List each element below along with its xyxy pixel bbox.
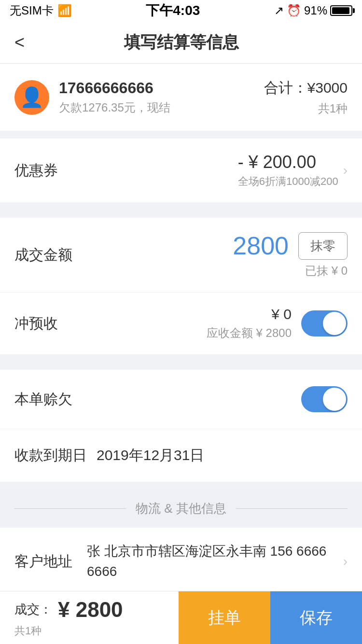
coupon-amount: - ¥ 200.00 xyxy=(238,152,338,172)
coupon-info: - ¥ 200.00 全场6折满1000减200 xyxy=(238,152,338,189)
section-divider-1 xyxy=(0,210,362,218)
debt-row: 本单赊欠 xyxy=(0,370,362,429)
nav-bar: < 填写结算等信息 xyxy=(0,21,362,64)
already-rounded-text: 已抹 ¥ 0 xyxy=(233,263,348,279)
hold-button[interactable]: 挂单 xyxy=(179,591,270,644)
bottom-transaction-label: 成交： xyxy=(14,601,52,618)
prepay-row: 冲预收 ¥ 0 应收金额 ¥ 2800 xyxy=(0,293,362,354)
user-card: 👤 17666666666 欠款1276.35元，现结 合计：¥3000 共1种 xyxy=(0,64,362,131)
user-phone: 17666666666 xyxy=(59,79,170,97)
due-date-row: 收款到期日 2019年12月31日 xyxy=(0,429,362,482)
logistics-text: 物流 & 其他信息 xyxy=(136,500,226,517)
chevron-right-icon: › xyxy=(343,163,348,178)
transaction-right: 2800 抹零 已抹 ¥ 0 xyxy=(233,231,348,279)
prepay-right: ¥ 0 应收金额 ¥ 2800 xyxy=(207,306,348,341)
address-value: 张 北京市市辖区海淀区永丰南 156 6666 6666 xyxy=(87,541,343,582)
address-label: 客户地址 xyxy=(14,552,72,572)
user-sub-text: 欠款1276.35元，现结 xyxy=(59,100,170,115)
address-chevron-icon: › xyxy=(343,554,348,569)
battery-icon xyxy=(330,5,352,16)
avatar: 👤 xyxy=(14,80,49,115)
bottom-bar: 成交： ¥ 2800 共1种 挂单 保存 xyxy=(0,591,362,644)
due-date-label: 收款到期日 xyxy=(14,446,87,465)
debt-toggle-knob xyxy=(323,388,346,411)
transaction-value-area: 2800 抹零 xyxy=(233,231,348,260)
round-down-button[interactable]: 抹零 xyxy=(298,232,348,260)
status-left: 无SIM卡 📶 xyxy=(10,3,72,18)
user-info: 17666666666 欠款1276.35元，现结 xyxy=(59,79,170,115)
bottom-actions: 挂单 保存 xyxy=(179,591,362,644)
page-title: 填写结算等信息 xyxy=(34,31,328,54)
coupon-right: - ¥ 200.00 全场6折满1000减200 › xyxy=(238,152,348,189)
wifi-icon: 📶 xyxy=(57,4,72,17)
transaction-value: 2800 xyxy=(233,231,289,260)
carrier-text: 无SIM卡 xyxy=(10,3,54,18)
logistics-divider: 物流 & 其他信息 xyxy=(0,490,362,528)
alarm-icon: ⏰ xyxy=(287,4,301,17)
address-row[interactable]: 客户地址 张 北京市市辖区海淀区永丰南 156 6666 6666 › xyxy=(0,528,362,595)
battery-percent: 91% xyxy=(304,4,327,17)
coupon-desc: 全场6折满1000减200 xyxy=(238,174,338,189)
location-icon: ↗ xyxy=(274,4,284,17)
toggle-knob xyxy=(323,312,346,335)
divider-line-left xyxy=(14,508,126,509)
transaction-amount-row: 成交金额 2800 抹零 已抹 ¥ 0 xyxy=(0,218,362,293)
back-button[interactable]: < xyxy=(14,32,34,53)
bottom-amount: ¥ 2800 xyxy=(58,598,123,622)
bottom-summary: 成交： ¥ 2800 共1种 xyxy=(0,598,179,638)
status-bar: 无SIM卡 📶 下午4:03 ↗ ⏰ 91% xyxy=(0,0,362,21)
bottom-count: 共1种 xyxy=(14,624,164,638)
section-divider-2 xyxy=(0,362,362,370)
divider-line-right xyxy=(236,508,348,509)
transaction-label: 成交金额 xyxy=(14,245,72,265)
bottom-total-row: 成交： ¥ 2800 xyxy=(14,598,164,622)
prepay-amount: ¥ 0 xyxy=(207,306,292,322)
coupon-row[interactable]: 优惠券 - ¥ 200.00 全场6折满1000减200 › xyxy=(0,139,362,202)
user-right: 合计：¥3000 共1种 xyxy=(264,78,348,116)
prepay-toggle[interactable] xyxy=(301,310,348,336)
coupon-label: 优惠券 xyxy=(14,161,58,181)
prepay-values: ¥ 0 应收金额 ¥ 2800 xyxy=(207,306,292,341)
total-count: 共1种 xyxy=(264,101,348,116)
status-right: ↗ ⏰ 91% xyxy=(274,4,352,17)
save-button[interactable]: 保存 xyxy=(270,591,362,644)
avatar-icon: 👤 xyxy=(20,86,44,109)
prepay-sub: 应收金额 ¥ 2800 xyxy=(207,325,292,341)
debt-toggle[interactable] xyxy=(301,386,348,412)
user-left: 👤 17666666666 欠款1276.35元，现结 xyxy=(14,79,170,115)
prepay-label: 冲预收 xyxy=(14,314,58,334)
due-date-value: 2019年12月31日 xyxy=(97,446,204,465)
status-time: 下午4:03 xyxy=(146,1,200,20)
transaction-section: 成交金额 2800 抹零 已抹 ¥ 0 冲预收 ¥ 0 应收金额 ¥ 2800 xyxy=(0,218,362,354)
total-amount: 合计：¥3000 xyxy=(264,78,348,98)
content-area: 👤 17666666666 欠款1276.35元，现结 合计：¥3000 共1种… xyxy=(0,64,362,644)
debt-section: 本单赊欠 收款到期日 2019年12月31日 xyxy=(0,370,362,482)
debt-label: 本单赊欠 xyxy=(14,390,72,409)
address-right: › xyxy=(343,554,348,569)
